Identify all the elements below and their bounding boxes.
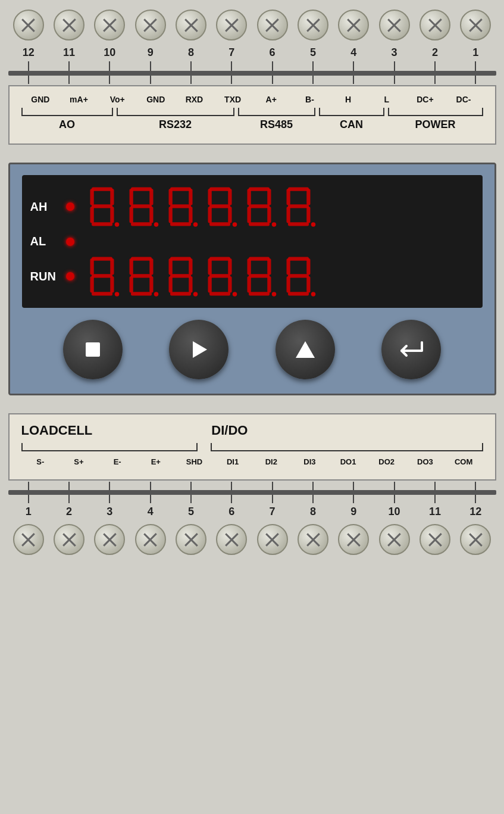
svg-rect-59 — [131, 274, 152, 277]
pin-label-gnd2: GND — [140, 95, 171, 104]
top-num-4: 4 — [338, 46, 369, 59]
display-label-ah: AH — [30, 200, 60, 214]
bot-num-11: 11 — [420, 506, 450, 518]
device-panel: AH — [8, 163, 496, 395]
svg-rect-94 — [288, 292, 309, 295]
svg-rect-8 — [131, 188, 152, 191]
display-row-ah: AH — [30, 186, 471, 227]
stop-button[interactable] — [63, 320, 123, 379]
svg-rect-67 — [170, 274, 191, 277]
bot-num-9: 9 — [338, 506, 369, 518]
pin-label-dc-: DC- — [448, 95, 479, 104]
svg-rect-84 — [247, 276, 251, 293]
bottom-connector-mid — [8, 495, 496, 503]
svg-rect-68 — [168, 276, 172, 293]
svg-rect-70 — [170, 292, 191, 295]
bot-num-10: 10 — [379, 506, 410, 518]
svg-rect-72 — [209, 257, 230, 261]
svg-rect-90 — [306, 258, 310, 275]
enter-button[interactable] — [381, 320, 441, 379]
svg-rect-43 — [288, 204, 309, 208]
pin-label-a+: A+ — [256, 95, 287, 104]
bot-num-4: 4 — [135, 506, 166, 518]
digit-2-row3 — [126, 255, 160, 297]
top-num-6: 6 — [257, 46, 288, 59]
top-num-11: 11 — [54, 46, 84, 59]
led-dot-ah — [66, 202, 74, 211]
digit-5-row1 — [243, 186, 278, 227]
screw-6 — [257, 10, 288, 40]
bot-screw-9 — [338, 524, 369, 555]
svg-rect-2 — [110, 189, 114, 205]
bpin-s+: S+ — [63, 457, 94, 466]
bpin-do3: DO3 — [409, 457, 440, 466]
svg-marker-97 — [193, 341, 207, 358]
svg-point-95 — [311, 292, 315, 297]
bpin-com: COM — [448, 457, 479, 466]
svg-rect-73 — [208, 258, 211, 275]
bottom-connector-top — [8, 482, 496, 490]
svg-rect-54 — [92, 292, 112, 295]
stop-icon — [81, 338, 105, 361]
top-num-8: 8 — [176, 46, 206, 59]
svg-rect-32 — [249, 188, 270, 191]
top-number-row: 12 11 10 9 8 7 6 5 4 3 2 1 — [8, 44, 496, 61]
bpin-e-: E- — [102, 457, 133, 466]
top-num-7: 7 — [216, 46, 247, 59]
svg-rect-21 — [189, 207, 192, 223]
svg-rect-5 — [110, 207, 114, 223]
up-button[interactable] — [276, 320, 335, 379]
display-label-run: RUN — [30, 270, 60, 283]
svg-rect-35 — [249, 204, 270, 208]
svg-rect-66 — [189, 258, 192, 275]
bot-screw-10 — [379, 524, 410, 555]
play-icon — [187, 338, 211, 361]
pin-label-l: L — [371, 95, 402, 104]
bottom-label-panel: LOADCELL DI/DO S- S+ E- E+ SHD DI1 DI2 D… — [8, 413, 496, 481]
svg-point-87 — [271, 292, 276, 297]
svg-rect-60 — [129, 276, 133, 293]
digit-4-row1 — [204, 186, 239, 227]
svg-point-31 — [232, 222, 237, 227]
svg-rect-85 — [267, 276, 271, 293]
bottom-bar — [8, 490, 496, 495]
svg-rect-65 — [168, 258, 172, 275]
screw-7 — [216, 10, 247, 40]
svg-rect-49 — [90, 258, 93, 275]
digit-2-row1 — [126, 186, 160, 227]
svg-rect-30 — [209, 222, 230, 226]
digit-display-run — [86, 255, 471, 297]
play-button[interactable] — [169, 320, 228, 379]
screw-1 — [460, 10, 491, 40]
pin-label-txd: TXD — [217, 95, 248, 104]
bot-screw-6 — [216, 524, 247, 555]
screw-9 — [135, 10, 166, 40]
digit-3-row1 — [165, 186, 199, 227]
bot-screw-4 — [135, 524, 166, 555]
svg-rect-44 — [286, 207, 290, 223]
led-dot-run — [66, 272, 74, 280]
bpin-shd: SHD — [179, 457, 209, 466]
svg-rect-25 — [208, 189, 211, 205]
pin-label-vo+: Vo+ — [102, 95, 133, 104]
digit-4-row3 — [204, 255, 239, 297]
bot-num-7: 7 — [257, 506, 288, 518]
bpin-di2: DI2 — [256, 457, 287, 466]
display-row-al: AL — [30, 235, 471, 248]
svg-rect-83 — [249, 274, 270, 277]
bot-screw-12 — [460, 524, 491, 555]
svg-rect-34 — [267, 189, 271, 205]
bpin-di1: DI1 — [217, 457, 248, 466]
group-rs485: RS485 — [260, 118, 293, 131]
svg-rect-40 — [288, 188, 309, 191]
digit-6-row1 — [283, 186, 317, 227]
svg-rect-20 — [168, 207, 172, 223]
bot-screw-3 — [94, 524, 125, 555]
svg-rect-64 — [170, 257, 191, 261]
svg-rect-18 — [189, 189, 192, 205]
svg-point-71 — [193, 292, 198, 297]
pin-label-rxd: RXD — [179, 95, 209, 104]
top-terminal-block: 12 11 10 9 8 7 6 5 4 3 2 1 — [8, 6, 496, 84]
svg-rect-11 — [131, 204, 152, 208]
svg-rect-45 — [306, 207, 310, 223]
